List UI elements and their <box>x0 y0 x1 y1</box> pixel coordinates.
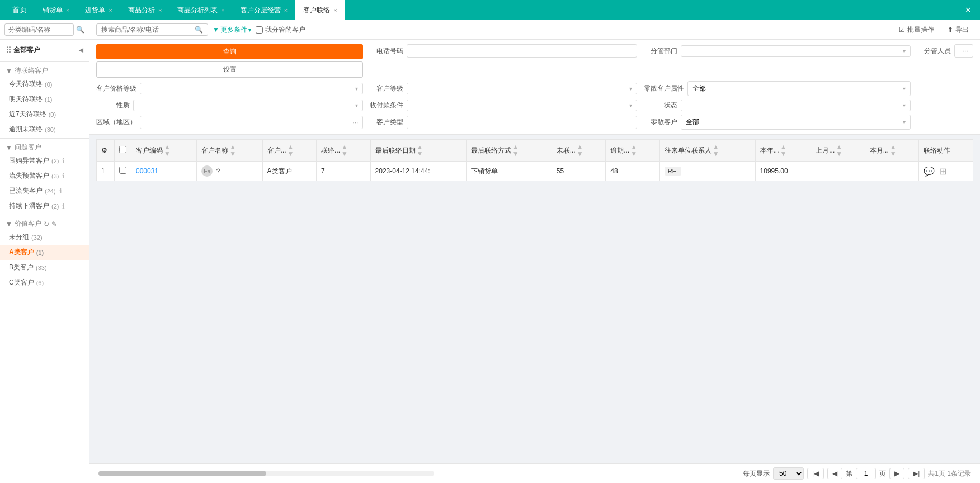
close-icon[interactable]: × <box>66 7 69 13</box>
nav-product-list[interactable]: 商品分析列表 × <box>169 0 232 20</box>
main-layout: 🔍 ⠿ 全部客户 ◀ ▼ 待联络客户 今天待联络(0) 明天待联络(1) 近7天… <box>0 20 980 483</box>
th-overdue[interactable]: 逾期...▲▼ <box>606 140 660 162</box>
sidebar-item-a-class[interactable]: A类客户(1) <box>0 245 89 260</box>
sidebar-item-7days[interactable]: 近7天待联络(0) <box>0 107 89 122</box>
sidebar-group-pending: ▼ 待联络客户 <box>0 63 89 77</box>
nav-sales[interactable]: 销货单 × <box>35 0 77 20</box>
payment-select[interactable]: ▾ <box>407 100 637 111</box>
th-name[interactable]: 客户名称▲▼ <box>197 140 262 162</box>
th-checkbox[interactable] <box>115 140 131 162</box>
page-size-select[interactable]: 50 100 200 <box>773 467 804 480</box>
export-button[interactable]: ⬆ 导出 <box>943 25 973 35</box>
sidebar-item-declining[interactable]: 持续下滑客户(2) ℹ <box>0 198 89 214</box>
my-customers-check[interactable] <box>256 26 263 34</box>
th-last-method[interactable]: 最后联络方式▲▼ <box>466 140 552 162</box>
phone-input[interactable] <box>407 44 637 58</box>
filter-search-box: 🔍 <box>96 23 208 36</box>
ellipsis-icon[interactable]: ··· <box>352 119 358 126</box>
sidebar-all-section: ⠿ 全部客户 ◀ <box>0 40 89 60</box>
sidebar-item-churn-warning[interactable]: 流失预警客户(3) ℹ <box>0 168 89 183</box>
th-code[interactable]: 客户编码▲▼ <box>131 140 197 162</box>
th-this-year[interactable]: 本年...▲▼ <box>755 140 811 162</box>
my-customers-checkbox[interactable]: 我分管的客户 <box>256 25 305 35</box>
close-icon[interactable]: × <box>284 7 288 13</box>
refresh-icon[interactable]: ↻ <box>44 220 49 228</box>
row-this-year: 10995.00 <box>755 162 811 181</box>
th-last-month[interactable]: 上月...▲▼ <box>811 140 865 162</box>
nav-purchase[interactable]: 进货单 × <box>77 0 120 20</box>
close-icon[interactable]: × <box>333 7 337 13</box>
row-contact-person: RE. <box>659 162 755 181</box>
th-actions: 联络动作 <box>919 140 973 162</box>
prev-page-button[interactable]: ◀ <box>827 468 842 479</box>
close-icon[interactable]: × <box>109 7 112 13</box>
th-not-contact[interactable]: 未联...▲▼ <box>552 140 606 162</box>
sidebar-item-overdue[interactable]: 逾期未联络(30) <box>0 122 89 137</box>
th-last-date[interactable]: 最后联络日期▲▼ <box>370 140 466 162</box>
retail-attr-select[interactable]: 全部 ▾ <box>687 81 911 96</box>
last-page-button[interactable]: ▶| <box>908 468 925 479</box>
next-page-button[interactable]: ▶ <box>889 468 904 479</box>
sidebar-search-input[interactable] <box>4 23 74 36</box>
edit-icon[interactable]: ✎ <box>51 220 57 228</box>
retail-cust-select[interactable]: 全部 ▾ <box>681 115 911 130</box>
nature-select[interactable]: ▾ <box>133 100 363 111</box>
sidebar: 🔍 ⠿ 全部客户 ◀ ▼ 待联络客户 今天待联络(0) 明天待联络(1) 近7天… <box>0 20 89 483</box>
status-select[interactable]: ▾ <box>681 100 911 111</box>
th-gear[interactable]: ⚙ <box>97 140 115 162</box>
nav-product-analysis[interactable]: 商品分析 × <box>120 0 169 20</box>
filter-search-input[interactable] <box>101 26 195 34</box>
th-contact-person[interactable]: 往来单位联系人▲▼ <box>659 140 755 162</box>
search-button[interactable]: 查询 <box>96 44 363 59</box>
first-page-button[interactable]: |◀ <box>807 468 824 479</box>
sidebar-all-customers[interactable]: ⠿ 全部客户 ◀ <box>0 42 89 58</box>
hscroll-thumb[interactable] <box>98 471 266 476</box>
hscroll-track[interactable] <box>98 471 434 476</box>
grid-action-icon[interactable]: ⊞ <box>939 166 946 177</box>
dropdown-arrow-icon: ▾ <box>629 102 632 108</box>
chevron-icon: ◀ <box>79 47 83 53</box>
nav-customer-contact[interactable]: 客户联络 × <box>295 0 345 20</box>
ellipsis-icon[interactable]: ··· <box>963 47 968 55</box>
sidebar-item-b-class[interactable]: B类客户(33) <box>0 260 89 275</box>
sidebar-item-churned[interactable]: 已流失客户(24) ℹ <box>0 183 89 198</box>
filter-row-4: 区域（地区） ··· 客户类型 零散客户 全部 ▾ <box>96 115 973 130</box>
nav-customer-tier[interactable]: 客户分层经营 × <box>233 0 295 20</box>
filter-cust-level: 客户等级 ▾ <box>370 81 637 96</box>
sidebar-item-hoarding[interactable]: 囤购异常客户(2) ℹ <box>0 153 89 168</box>
cust-level-select[interactable]: ▾ <box>407 83 637 94</box>
row-checkbox[interactable] <box>115 162 131 181</box>
sidebar-item-c-class[interactable]: C类客户(6) <box>0 275 89 290</box>
chat-action-icon[interactable]: 💬 <box>924 166 935 177</box>
cust-type-input[interactable] <box>407 116 637 129</box>
th-contact-count[interactable]: 联络...▲▼ <box>317 140 371 162</box>
filter-cust-type: 客户类型 <box>370 115 637 130</box>
triangle-icon: ▼ <box>6 67 12 75</box>
price-level-select[interactable]: ▾ <box>140 83 363 94</box>
th-this-month[interactable]: 本月...▲▼ <box>865 140 919 162</box>
page-number-input[interactable] <box>856 468 876 479</box>
region-input[interactable]: ··· <box>140 116 363 129</box>
chevron-down-icon: ▾ <box>248 27 251 33</box>
search-icon[interactable]: 🔍 <box>195 26 203 34</box>
nav-home[interactable]: 首页 <box>4 0 35 20</box>
sidebar-search-icon[interactable]: 🔍 <box>76 26 84 34</box>
filter-person: 分管人员 ··· <box>917 44 973 58</box>
person-input[interactable]: ··· <box>954 44 973 58</box>
row-last-method[interactable]: 下销货单 <box>466 162 552 181</box>
sidebar-item-today[interactable]: 今天待联络(0) <box>0 77 89 92</box>
close-all-button[interactable]: × <box>960 4 976 16</box>
filter-row-1: 电话号码 分管部门 ▾ 分管人员 ··· <box>96 44 973 78</box>
sidebar-item-tomorrow[interactable]: 明天待联络(1) <box>0 92 89 107</box>
close-icon[interactable]: × <box>221 7 224 13</box>
sidebar-item-ungrouped[interactable]: 未分组(32) <box>0 230 89 245</box>
more-filter-button[interactable]: ▼ 更多条件 ▾ <box>213 25 251 35</box>
row-code[interactable]: 000031 <box>131 162 197 181</box>
th-cust-type[interactable]: 客户...▲▼ <box>262 140 317 162</box>
select-all-checkbox[interactable] <box>119 146 126 153</box>
close-icon[interactable]: × <box>158 7 162 13</box>
dept-select[interactable]: ▾ <box>681 45 911 57</box>
table-header-row: ⚙ 客户编码▲▼ 客户名称▲▼ 客户...▲▼ 联络...▲▼ 最后联络日期▲▼… <box>97 140 973 162</box>
batch-operation-button[interactable]: ☑ 批量操作 <box>894 25 939 35</box>
setting-button[interactable]: 设置 <box>96 61 363 78</box>
